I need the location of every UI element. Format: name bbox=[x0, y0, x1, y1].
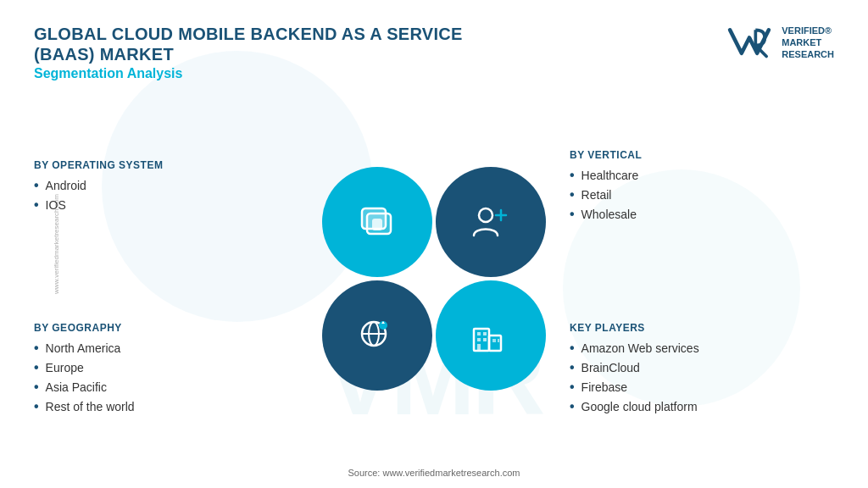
title-block: GLOBAL CLOUD MOBILE BACKEND AS A SERVICE… bbox=[34, 24, 463, 81]
player-item-gcp: Google cloud platform bbox=[570, 399, 834, 414]
os-icon bbox=[353, 198, 401, 246]
main-content: BY OPERATING SYSTEM Android IOS bbox=[34, 97, 834, 461]
os-list: Android IOS bbox=[34, 178, 298, 217]
vertical-item-retail: Retail bbox=[570, 187, 834, 202]
panel-vertical: BY VERTICAL Healthcare Retail Wholesale bbox=[553, 97, 834, 279]
panel-key-players: KEY PLAYERS Amazon Web services BrainClo… bbox=[553, 279, 834, 461]
os-item-ios: IOS bbox=[34, 197, 298, 213]
panel-operating-system: BY OPERATING SYSTEM Android IOS bbox=[34, 97, 315, 279]
logo-text: VERIFIED® MARKET RESEARCH bbox=[782, 25, 834, 61]
svg-rect-16 bbox=[477, 344, 481, 351]
svg-rect-11 bbox=[489, 336, 501, 351]
os-section-title: BY OPERATING SYSTEM bbox=[34, 159, 298, 171]
logo: VERIFIED® MARKET RESEARCH bbox=[726, 24, 834, 61]
geography-item-europe: Europe bbox=[34, 360, 298, 375]
logo-icon bbox=[726, 24, 773, 61]
center-circles bbox=[315, 97, 553, 461]
player-item-aws: Amazon Web services bbox=[570, 341, 834, 356]
circles-grid bbox=[322, 167, 546, 391]
svg-rect-18 bbox=[498, 339, 499, 342]
geography-item-na: North America bbox=[34, 341, 298, 356]
geography-item-row: Rest of the world bbox=[34, 399, 298, 414]
svg-rect-2 bbox=[372, 219, 382, 230]
circle-bottom-left bbox=[322, 280, 432, 391]
circle-bottom-right bbox=[436, 280, 546, 391]
source-label: Source: www.verifiedmarketresearch.com bbox=[348, 468, 520, 478]
key-players-section-title: KEY PLAYERS bbox=[570, 322, 834, 334]
geography-list: North America Europe Asia Pacific Rest o… bbox=[34, 341, 298, 419]
vertical-section-title: BY VERTICAL bbox=[570, 149, 834, 161]
svg-rect-17 bbox=[492, 339, 496, 342]
key-players-list: Amazon Web services BrainCloud Firebase … bbox=[570, 341, 834, 419]
svg-rect-15 bbox=[483, 338, 487, 341]
header: GLOBAL CLOUD MOBILE BACKEND AS A SERVICE… bbox=[34, 24, 834, 81]
svg-rect-13 bbox=[483, 332, 487, 336]
svg-rect-10 bbox=[474, 329, 489, 351]
circle-top-left bbox=[322, 167, 432, 277]
player-item-braincloud: BrainCloud bbox=[570, 360, 834, 375]
os-item-android: Android bbox=[34, 178, 298, 193]
player-item-firebase: Firebase bbox=[570, 380, 834, 395]
circle-top-right bbox=[436, 167, 546, 277]
svg-rect-12 bbox=[477, 332, 481, 336]
geography-section-title: BY GEOGRAPHY bbox=[34, 322, 298, 334]
panel-geography: BY GEOGRAPHY North America Europe Asia P… bbox=[34, 279, 315, 461]
vertical-item-healthcare: Healthcare bbox=[570, 168, 834, 183]
building-icon bbox=[467, 312, 515, 359]
user-icon bbox=[467, 198, 515, 246]
vertical-list: Healthcare Retail Wholesale bbox=[570, 168, 834, 226]
svg-point-3 bbox=[479, 208, 492, 222]
globe-icon bbox=[353, 312, 401, 359]
main-title: GLOBAL CLOUD MOBILE BACKEND AS A SERVICE… bbox=[34, 24, 463, 64]
page: VMR www.verifiedmarketresearch.com GLOBA… bbox=[0, 0, 868, 488]
subtitle: Segmentation Analysis bbox=[34, 66, 463, 81]
vertical-item-wholesale: Wholesale bbox=[570, 207, 834, 222]
geography-item-asia: Asia Pacific bbox=[34, 380, 298, 395]
svg-rect-14 bbox=[477, 338, 481, 341]
